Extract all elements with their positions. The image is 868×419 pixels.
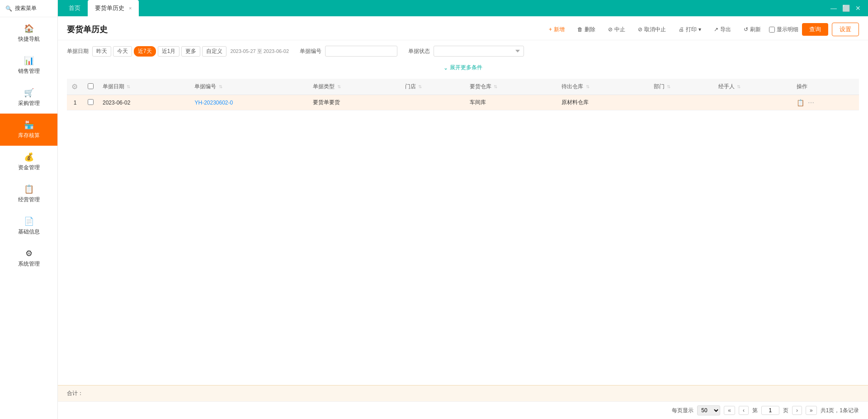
prev-page-button[interactable]: ‹ bbox=[739, 406, 749, 415]
date-btn-last1month[interactable]: 近1月 bbox=[158, 46, 180, 57]
sidebar-item-inventory[interactable]: 🏪 库存核算 bbox=[0, 114, 57, 146]
sidebar-label-sales: 销售管理 bbox=[18, 67, 40, 75]
print-dropdown-icon: ▾ bbox=[698, 26, 701, 33]
export-label: 导出 bbox=[720, 26, 731, 33]
tab-close-icon[interactable]: × bbox=[129, 5, 132, 11]
col-pending-warehouse: 待出仓库 ⇅ bbox=[557, 79, 649, 95]
setting-button[interactable]: 设置 bbox=[832, 23, 859, 36]
docno-filter-input[interactable] bbox=[325, 46, 397, 57]
operation-icon: 📋 bbox=[24, 184, 34, 194]
table-header-row: ⚙ 单据日期 ⇅ 单据编号 ⇅ bbox=[67, 79, 859, 95]
system-icon: ⚙ bbox=[25, 248, 33, 258]
sidebar-item-purchase[interactable]: 🛒 采购管理 bbox=[0, 81, 57, 114]
print-icon: 🖨 bbox=[679, 26, 684, 33]
date-btn-today[interactable]: 今天 bbox=[113, 46, 132, 57]
print-button[interactable]: 🖨 打印 ▾ bbox=[674, 24, 706, 35]
sort-doctype-icon[interactable]: ⇅ bbox=[337, 84, 341, 89]
search-icon: 🔍 bbox=[5, 5, 12, 12]
cancel-stop-label: 取消中止 bbox=[644, 26, 666, 33]
col-store-label: 门店 bbox=[405, 83, 416, 90]
row-num-value: 1 bbox=[74, 100, 77, 106]
row-handler bbox=[714, 95, 792, 110]
sidebar-item-basic[interactable]: 📄 基础信息 bbox=[0, 210, 57, 242]
new-button[interactable]: + 新增 bbox=[544, 24, 569, 35]
select-all-checkbox[interactable] bbox=[88, 83, 94, 89]
sort-dept-icon[interactable]: ⇅ bbox=[667, 84, 670, 89]
expand-more-button[interactable]: ⌄ 展开更多条件 bbox=[440, 62, 486, 73]
tab-home[interactable]: 首页 bbox=[61, 0, 88, 16]
sort-req-warehouse-icon[interactable]: ⇅ bbox=[494, 84, 497, 89]
new-icon: + bbox=[549, 26, 552, 33]
sort-date-icon[interactable]: ⇅ bbox=[127, 84, 130, 89]
sort-handler-icon[interactable]: ⇅ bbox=[737, 84, 741, 89]
window-minimize-icon[interactable]: — bbox=[830, 5, 837, 12]
first-page-button[interactable]: « bbox=[724, 406, 735, 415]
row-date: 2023-06-02 bbox=[98, 95, 190, 110]
row-doctype: 要货单要货 bbox=[308, 95, 400, 110]
sidebar-label-operation: 经营管理 bbox=[18, 196, 40, 204]
delete-button[interactable]: 🗑 删除 bbox=[573, 24, 600, 35]
sidebar-label-basic: 基础信息 bbox=[18, 228, 40, 236]
docno-filter-label: 单据编号 bbox=[300, 48, 321, 55]
stop-button[interactable]: ⊘ 中止 bbox=[604, 24, 630, 35]
date-btn-yesterday[interactable]: 昨天 bbox=[92, 46, 111, 57]
export-button[interactable]: ↗ 导出 bbox=[709, 24, 736, 35]
tab-bar: 首页 要货单历史 × — ⬜ ✕ bbox=[58, 0, 868, 16]
sidebar-item-quick-nav[interactable]: 🏠 快捷导航 bbox=[0, 17, 57, 49]
show-detail-input[interactable] bbox=[769, 27, 775, 33]
window-maximize-icon[interactable]: ⬜ bbox=[842, 5, 850, 12]
purchase-icon: 🛒 bbox=[24, 88, 34, 98]
date-btn-more[interactable]: 更多 bbox=[181, 46, 200, 57]
show-detail-checkbox[interactable]: 显示明细 bbox=[769, 26, 798, 33]
per-page-select[interactable]: 10 20 50 100 bbox=[697, 405, 720, 415]
col-handler-label: 经手人 bbox=[718, 83, 735, 90]
main-area: 首页 要货单历史 × — ⬜ ✕ 要货单历史 + 新增 🗑 删除 bbox=[58, 0, 868, 419]
col-ops-label: 操作 bbox=[797, 83, 807, 90]
edit-icon[interactable]: 📋 bbox=[797, 99, 804, 106]
sort-pending-warehouse-icon[interactable]: ⇅ bbox=[586, 84, 590, 89]
cancel-stop-button[interactable]: ⊘ 取消中止 bbox=[633, 24, 670, 35]
sidebar-label-system: 系统管理 bbox=[18, 260, 40, 268]
page-suffix-label: 页 bbox=[783, 407, 788, 414]
refresh-button[interactable]: ↺ 刷新 bbox=[739, 24, 765, 35]
page-prefix-label: 第 bbox=[752, 407, 758, 414]
row-req-warehouse: 车间库 bbox=[465, 95, 557, 110]
last-page-button[interactable]: » bbox=[806, 406, 817, 415]
filter-row-1: 单据日期 昨天 今天 近7天 近1月 更多 自定义 2023-05-27 至 2… bbox=[67, 46, 859, 57]
sort-store-icon[interactable]: ⇅ bbox=[418, 84, 422, 89]
page-title: 要货单历史 bbox=[67, 24, 539, 35]
date-filter-label: 单据日期 bbox=[67, 48, 89, 55]
next-page-button[interactable]: › bbox=[792, 406, 802, 415]
print-label: 打印 bbox=[686, 26, 697, 33]
stop-label: 中止 bbox=[614, 26, 625, 33]
row-docno-link[interactable]: YH-20230602-0 bbox=[194, 100, 233, 106]
query-button[interactable]: 查询 bbox=[802, 23, 828, 36]
ops-cell: 📋 ⋯ bbox=[797, 99, 854, 106]
row-checkbox-cell bbox=[83, 95, 98, 110]
col-settings: ⚙ bbox=[67, 79, 83, 95]
col-date-label: 单据日期 bbox=[103, 83, 124, 90]
tab-home-label: 首页 bbox=[69, 4, 80, 12]
settings-icon[interactable]: ⚙ bbox=[71, 83, 78, 90]
sidebar-item-operation[interactable]: 📋 经营管理 bbox=[0, 178, 57, 210]
home-icon: 🏠 bbox=[24, 24, 34, 33]
sidebar-item-system[interactable]: ⚙ 系统管理 bbox=[0, 242, 57, 274]
col-req-warehouse: 要货仓库 ⇅ bbox=[465, 79, 557, 95]
row-checkbox[interactable] bbox=[88, 99, 94, 105]
sort-docno-icon[interactable]: ⇅ bbox=[219, 84, 222, 89]
sidebar-search[interactable]: 🔍 搜索菜单 bbox=[0, 0, 57, 17]
window-close-icon[interactable]: ✕ bbox=[855, 5, 861, 12]
sidebar-item-sales[interactable]: 📊 销售管理 bbox=[0, 49, 57, 81]
col-ops: 操作 bbox=[792, 79, 859, 95]
sidebar-item-finance[interactable]: 💰 资金管理 bbox=[0, 146, 57, 178]
col-store: 门店 ⇅ bbox=[401, 79, 465, 95]
expand-label: 展开更多条件 bbox=[450, 64, 482, 71]
tab-requisition-history[interactable]: 要货单历史 × bbox=[88, 0, 139, 16]
page-number-input[interactable] bbox=[761, 406, 779, 415]
status-filter-select[interactable] bbox=[434, 46, 524, 57]
more-ops-icon[interactable]: ⋯ bbox=[808, 99, 814, 106]
date-btn-custom[interactable]: 自定义 bbox=[202, 46, 226, 57]
filter-date-group: 单据日期 昨天 今天 近7天 近1月 更多 自定义 2023-05-27 至 2… bbox=[67, 46, 289, 57]
filter-expand-row: ⌄ 展开更多条件 bbox=[67, 60, 859, 77]
date-btn-last7days[interactable]: 近7天 bbox=[134, 46, 156, 57]
